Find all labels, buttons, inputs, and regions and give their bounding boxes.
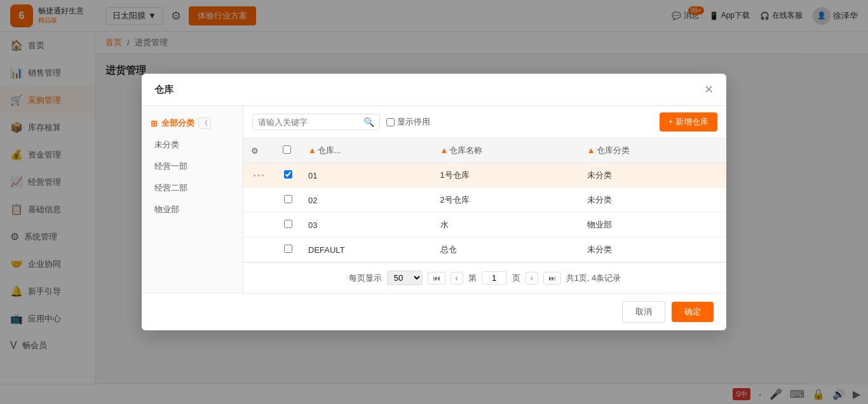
row-name: 1号仓库	[433, 163, 580, 188]
row-checkbox[interactable]	[284, 170, 292, 178]
th-name: ▲仓库名称	[433, 138, 580, 163]
row-checkbox-cell	[275, 238, 301, 262]
table-toolbar: 🔍 显示停用 + 新增仓库	[243, 106, 726, 138]
warehouse-table: ⚙ ▲仓库... ▲仓库名称 ▲仓库分类 •••	[243, 138, 726, 262]
row-action: •••	[243, 163, 275, 188]
prev-page-button[interactable]: ‹	[451, 272, 463, 285]
row-action	[243, 238, 275, 262]
warehouse-modal: 仓库 ✕ ⊞ 全部分类 《 未分类经营一部经营二部物业部 🔍	[142, 74, 726, 330]
row-code: 02	[301, 188, 433, 213]
table-row[interactable]: ••• 01 1号仓库 未分类	[243, 163, 726, 188]
category-item[interactable]: 未分类	[142, 134, 243, 156]
modal-footer: 取消 确定	[142, 293, 726, 330]
category-panel: ⊞ 全部分类 《 未分类经营一部经营二部物业部	[142, 106, 243, 293]
row-category: 未分类	[580, 163, 726, 188]
collapse-categories-button[interactable]: 《	[198, 118, 211, 129]
row-code: 01	[301, 163, 433, 188]
table-header-row: ⚙ ▲仓库... ▲仓库名称 ▲仓库分类	[243, 138, 726, 163]
modal-title: 仓库	[154, 84, 173, 96]
modal-body: ⊞ 全部分类 《 未分类经营一部经营二部物业部 🔍 显示停用	[142, 106, 726, 293]
sort-icon-code: ▲	[308, 145, 316, 155]
action-dots[interactable]: •••	[253, 171, 266, 180]
all-categories-item[interactable]: ⊞ 全部分类 《	[142, 112, 243, 134]
all-categories-label: 全部分类	[161, 118, 194, 129]
row-code: 03	[301, 213, 433, 238]
row-category: 未分类	[580, 188, 726, 213]
row-name: 总仓	[433, 238, 580, 262]
th-code: ▲仓库...	[301, 138, 433, 163]
add-warehouse-button[interactable]: + 新增仓库	[660, 112, 717, 131]
page-number-input[interactable]	[482, 271, 507, 285]
th-gear: ⚙	[243, 138, 275, 163]
table-row[interactable]: DEFAULT 总仓 未分类	[243, 238, 726, 262]
table-head: ⚙ ▲仓库... ▲仓库名称 ▲仓库分类	[243, 138, 726, 163]
sort-icon-name: ▲	[440, 145, 449, 155]
category-item[interactable]: 物业部	[142, 199, 243, 220]
row-checkbox[interactable]	[284, 220, 292, 228]
row-checkbox-cell	[275, 213, 301, 238]
modal-overlay: 仓库 ✕ ⊞ 全部分类 《 未分类经营一部经营二部物业部 🔍	[0, 0, 868, 404]
table-panel: 🔍 显示停用 + 新增仓库 ⚙	[243, 106, 726, 293]
per-page-label: 每页显示	[349, 273, 382, 284]
row-checkbox[interactable]	[284, 195, 292, 203]
search-icon[interactable]: 🔍	[363, 117, 374, 127]
first-page-button[interactable]: ⏮	[428, 272, 445, 285]
row-action	[243, 213, 275, 238]
row-category: 物业部	[580, 213, 726, 238]
grid-icon: ⊞	[151, 119, 158, 128]
page-label: 第	[468, 273, 477, 284]
show-disabled-text: 显示停用	[397, 116, 430, 128]
row-checkbox-cell	[275, 163, 301, 188]
category-item[interactable]: 经营一部	[142, 156, 243, 177]
confirm-button[interactable]: 确定	[672, 302, 714, 322]
row-name: 水	[433, 213, 580, 238]
modal-header: 仓库 ✕	[142, 74, 726, 106]
page-unit: 页	[512, 273, 520, 284]
category-item[interactable]: 经营二部	[142, 177, 243, 199]
search-input[interactable]	[258, 118, 360, 127]
row-checkbox-cell	[275, 188, 301, 213]
table-body: ••• 01 1号仓库 未分类 02 2号仓库 未分类 03 水 物业部	[243, 163, 726, 262]
sort-icon-cat: ▲	[587, 145, 595, 155]
row-checkbox[interactable]	[284, 245, 292, 253]
th-check	[275, 138, 301, 163]
per-page-select[interactable]: 102050100	[387, 271, 423, 285]
row-code: DEFAULT	[301, 238, 433, 262]
total-info: 共1页, 4条记录	[566, 273, 621, 284]
table-scroll-area: ⚙ ▲仓库... ▲仓库名称 ▲仓库分类 •••	[243, 138, 726, 262]
row-action	[243, 188, 275, 213]
row-name: 2号仓库	[433, 188, 580, 213]
category-items: 未分类经营一部经营二部物业部	[142, 134, 243, 220]
search-wrap: 🔍	[252, 114, 380, 130]
show-disabled-checkbox[interactable]	[386, 118, 395, 126]
table-row[interactable]: 03 水 物业部	[243, 213, 726, 238]
th-category: ▲仓库分类	[580, 138, 726, 163]
pagination-bar: 每页显示 102050100 ⏮ ‹ 第 页 › ⏭ 共1页, 4条记录	[243, 262, 726, 293]
next-page-button[interactable]: ›	[526, 272, 538, 285]
cancel-button[interactable]: 取消	[622, 301, 665, 323]
modal-close-button[interactable]: ✕	[704, 83, 714, 97]
table-row[interactable]: 02 2号仓库 未分类	[243, 188, 726, 213]
row-category: 未分类	[580, 238, 726, 262]
last-page-button[interactable]: ⏭	[543, 272, 561, 285]
select-all-checkbox[interactable]	[283, 145, 291, 154]
show-disabled-label[interactable]: 显示停用	[386, 116, 430, 128]
